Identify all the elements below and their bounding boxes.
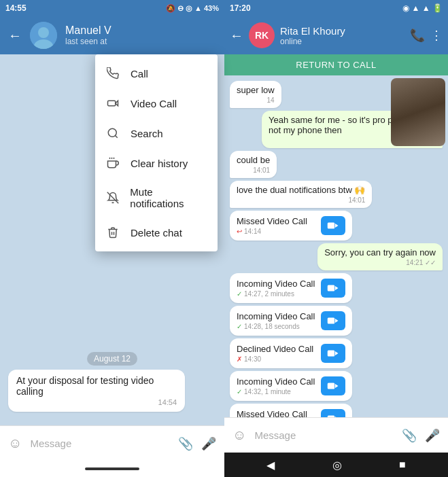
back-button-left[interactable]: ← bbox=[8, 28, 22, 43]
nav-bar-right: ◀ ◎ ■ bbox=[224, 453, 448, 477]
input-bar-right: ☺ 📎 🎤 bbox=[224, 417, 448, 453]
nav-recent-icon[interactable]: ■ bbox=[399, 459, 406, 471]
menu-item-clear-history[interactable]: Clear history bbox=[95, 148, 218, 178]
status-icons-left: 🔕 ⊖ ◎ ▲ 43% bbox=[166, 4, 219, 13]
call-card-incoming-2[interactable]: Incoming Video Call ✓ 14:28, 18 seconds bbox=[230, 306, 352, 336]
call-card-incoming-1[interactable]: Incoming Video Call ✓ 14:27, 2 minutes bbox=[230, 273, 352, 303]
mic-button-left[interactable]: 🎤 bbox=[201, 436, 216, 451]
message-notifications: love the dual notifications btw 🙌 14:01 bbox=[230, 181, 372, 208]
call-card-declined[interactable]: Declined Video Call ✗ 14:30 bbox=[230, 338, 352, 368]
message-input-right[interactable] bbox=[254, 429, 394, 441]
contact-name-right: Rita El Khoury bbox=[280, 25, 404, 37]
menu-item-call[interactable]: Call bbox=[95, 58, 218, 88]
mic-button-right[interactable]: 🎤 bbox=[425, 428, 440, 443]
avatar-right: RK bbox=[249, 22, 275, 48]
nav-bar-left bbox=[0, 461, 224, 477]
svg-rect-11 bbox=[328, 223, 335, 229]
message-super-low: super low 14 bbox=[230, 81, 281, 108]
nav-home-icon[interactable]: ◎ bbox=[332, 459, 342, 472]
menu-item-mute[interactable]: Mute notifications bbox=[95, 178, 218, 217]
time-left: 14:55 bbox=[5, 3, 166, 13]
svg-marker-16 bbox=[335, 319, 339, 323]
video-call-icon-3 bbox=[321, 311, 345, 330]
dropdown-menu: Call Video Call Search bbox=[95, 54, 218, 251]
return-to-call-banner[interactable]: RETURN TO CALL bbox=[224, 54, 448, 75]
svg-marker-20 bbox=[335, 384, 339, 388]
pip-video-inner bbox=[391, 78, 445, 146]
check-icon-red-1: ↩ bbox=[237, 228, 242, 235]
phone-icon-right[interactable]: 📞 bbox=[410, 28, 425, 43]
menu-item-video-call[interactable]: Video Call bbox=[95, 88, 218, 118]
check-icon-green-3: ✓ bbox=[237, 388, 242, 395]
svg-line-10 bbox=[107, 192, 118, 204]
contact-status-right: online bbox=[280, 37, 404, 46]
message-time-left: 14:54 bbox=[16, 398, 177, 406]
check-icon-green-2: ✓ bbox=[237, 323, 242, 330]
message-sorry: Sorry, you can try again now 14:21 ✓✓ bbox=[317, 243, 443, 270]
svg-line-6 bbox=[115, 135, 117, 137]
svg-marker-14 bbox=[335, 286, 339, 290]
svg-marker-22 bbox=[335, 417, 339, 417]
video-call-icon-2 bbox=[321, 279, 345, 298]
svg-rect-21 bbox=[328, 416, 335, 418]
header-left: ← Manuel V last seen at bbox=[0, 16, 224, 54]
contact-status-left: last seen at bbox=[65, 37, 216, 46]
contact-info-right: Rita El Khoury online bbox=[280, 25, 404, 46]
time-right: 17:20 bbox=[230, 3, 402, 13]
emoji-button-right[interactable]: ☺ bbox=[232, 427, 246, 443]
svg-point-1 bbox=[38, 27, 49, 38]
video-call-icon-4 bbox=[321, 344, 345, 363]
video-call-icon-1 bbox=[321, 216, 345, 235]
call-card-incoming-3[interactable]: Incoming Video Call ✓ 14:32, 1 minute bbox=[230, 371, 352, 401]
home-indicator-left bbox=[85, 467, 139, 470]
left-panel: 14:55 🔕 ⊖ ◎ ▲ 43% ← Manuel V last seen a… bbox=[0, 0, 224, 477]
call-card-missed-2[interactable]: Missed Video Call ↩ 15:08 bbox=[230, 404, 352, 417]
status-icons-right: ◉ ▲ ▲ 🔋 bbox=[402, 3, 443, 13]
mute-icon bbox=[106, 191, 119, 205]
message-text-left: At your disposal for testing video calli… bbox=[16, 375, 154, 397]
search-icon bbox=[106, 126, 120, 140]
attach-button-right[interactable]: 📎 bbox=[402, 428, 417, 443]
svg-marker-12 bbox=[335, 224, 339, 228]
contact-name-left: Manuel V bbox=[65, 24, 216, 37]
svg-marker-18 bbox=[335, 351, 339, 355]
avatar-left bbox=[30, 22, 57, 49]
svg-rect-19 bbox=[328, 383, 335, 389]
header-right: ← RK Rita El Khoury online 📞 ⋮ bbox=[224, 16, 448, 54]
menu-item-delete[interactable]: Delete chat bbox=[95, 217, 218, 247]
call-card-missed-1[interactable]: Missed Video Call ↩ 14:14 bbox=[230, 211, 352, 241]
message-could-be: could be 14:01 bbox=[230, 151, 277, 178]
delete-icon bbox=[106, 226, 120, 239]
menu-delete-label: Delete chat bbox=[131, 227, 182, 238]
right-panel: 17:20 ◉ ▲ ▲ 🔋 ← RK Rita El Khoury online… bbox=[224, 0, 448, 477]
message-bubble-left: At your disposal for testing video calli… bbox=[8, 370, 185, 412]
chat-area-right[interactable]: super low 14 Yeah same for me - so it's … bbox=[224, 75, 448, 417]
check-icon-red-2: ✗ bbox=[237, 355, 242, 363]
svg-rect-3 bbox=[108, 101, 116, 106]
header-icons-right: 📞 ⋮ bbox=[410, 28, 443, 43]
svg-rect-15 bbox=[328, 318, 335, 324]
phone-icon bbox=[106, 67, 120, 80]
menu-search-label: Search bbox=[131, 128, 163, 139]
menu-mute-label: Mute notifications bbox=[130, 186, 207, 209]
back-button-right[interactable]: ← bbox=[230, 28, 243, 43]
avatar-initials: RK bbox=[255, 30, 269, 41]
attach-button-left[interactable]: 📎 bbox=[178, 436, 193, 451]
check-icon-green-1: ✓ bbox=[237, 290, 242, 298]
clear-history-icon bbox=[106, 156, 120, 170]
video-call-icon-6 bbox=[321, 409, 345, 417]
svg-rect-13 bbox=[328, 285, 335, 292]
message-input-left[interactable] bbox=[30, 438, 170, 449]
svg-point-5 bbox=[108, 128, 116, 137]
contact-info-left: Manuel V last seen at bbox=[65, 24, 216, 46]
menu-item-search[interactable]: Search bbox=[95, 118, 218, 148]
more-icon-right[interactable]: ⋮ bbox=[430, 28, 443, 43]
nav-back-icon[interactable]: ◀ bbox=[266, 459, 275, 472]
status-bar-left: 14:55 🔕 ⊖ ◎ ▲ 43% bbox=[0, 0, 224, 16]
emoji-button-left[interactable]: ☺ bbox=[8, 436, 22, 451]
status-bar-right: 17:20 ◉ ▲ ▲ 🔋 bbox=[224, 0, 448, 16]
date-badge: August 12 bbox=[8, 352, 216, 364]
menu-clear-label: Clear history bbox=[131, 158, 188, 169]
pip-video[interactable] bbox=[391, 78, 445, 146]
video-call-icon-5 bbox=[321, 376, 345, 395]
